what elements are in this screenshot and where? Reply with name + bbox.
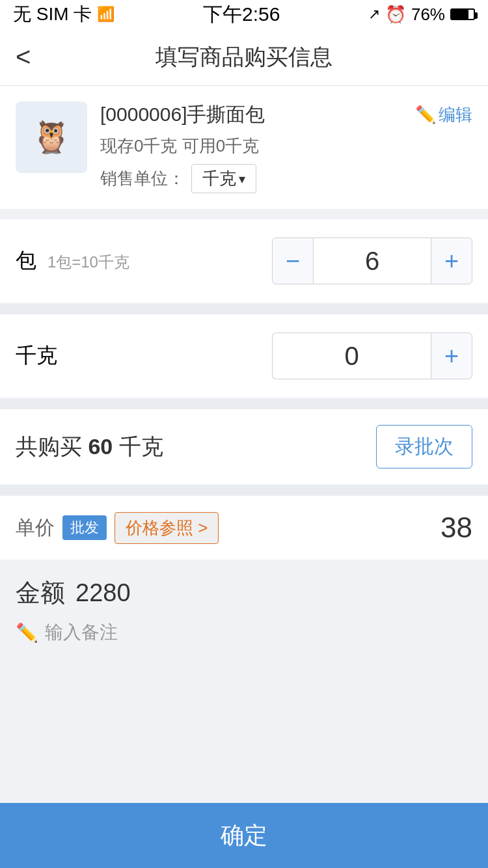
status-left: 无 SIM 卡 📶 [13, 2, 115, 27]
pencil-icon: ✏️ [16, 622, 38, 644]
unit-value: 千克 [202, 167, 236, 190]
battery-percent: 76% [411, 5, 445, 25]
bottom-spacer [0, 660, 488, 732]
amount-section: 金额2280 ✏️ 输入备注 [0, 561, 488, 660]
status-time: 下午2:56 [203, 1, 280, 28]
unit-select[interactable]: 千克 ▾ [191, 164, 256, 193]
kg-input-section: 千克 + [0, 314, 488, 398]
remark-row[interactable]: ✏️ 输入备注 [16, 620, 472, 645]
kg-label: 千克 [16, 342, 57, 370]
remark-label: 输入备注 [45, 620, 118, 645]
bag-sublabel: 1包=10千克 [47, 253, 129, 271]
price-value: 38 [441, 511, 472, 544]
product-name-row: [0000006]手撕面包 ✏️ 编辑 [100, 102, 472, 128]
bag-input-section: 包 1包=10千克 − + [0, 219, 488, 303]
bag-label: 包 [16, 249, 36, 272]
separator-1 [0, 304, 488, 314]
content: 🦉 [0000006]手撕面包 ✏️ 编辑 现存0千克 可用0千克 销售单位： … [0, 86, 488, 732]
total-section: 共购买 60 千克 录批次 [0, 409, 488, 484]
product-info: [0000006]手撕面包 ✏️ 编辑 现存0千克 可用0千克 销售单位： 千克… [100, 102, 472, 193]
product-stock: 现存0千克 可用0千克 [100, 135, 472, 157]
bag-minus-button[interactable]: − [272, 237, 314, 284]
confirm-button[interactable]: 确定 [0, 803, 488, 868]
status-bar: 无 SIM 卡 📶 下午2:56 ↗ ⏰ 76% [0, 0, 488, 29]
amount-text: 金额2280 [16, 576, 472, 610]
kg-quantity-input[interactable] [272, 332, 431, 379]
kg-plus-button[interactable]: + [431, 332, 472, 379]
amount-label: 金额 [16, 579, 65, 606]
back-button[interactable]: < [16, 42, 31, 72]
total-text: 共购买 60 千克 [16, 432, 163, 462]
kg-quantity-control: + [272, 332, 472, 379]
price-label: 单价 [16, 515, 55, 541]
nav-bar: < 填写商品购买信息 [0, 29, 488, 86]
bag-plus-button[interactable]: + [431, 237, 472, 284]
separator-3 [0, 485, 488, 496]
price-ref-button[interactable]: 价格参照 > [115, 512, 219, 544]
unit-label: 销售单位： [100, 167, 185, 190]
bag-label-row: 包 1包=10千克 [16, 247, 129, 275]
product-unit-row: 销售单位： 千克 ▾ [100, 164, 472, 193]
product-logo-icon: 🦉 [32, 119, 71, 156]
price-section: 单价 批发 价格参照 > 38 [0, 496, 488, 560]
edit-label: 编辑 [439, 103, 472, 126]
battery-icon [450, 8, 475, 20]
total-amount: 60 [88, 434, 113, 459]
product-section: 🦉 [0000006]手撕面包 ✏️ 编辑 现存0千克 可用0千克 销售单位： … [0, 86, 488, 209]
status-right: ↗ ⏰ 76% [368, 5, 475, 25]
edit-button[interactable]: ✏️ 编辑 [415, 103, 472, 126]
alarm-icon: ⏰ [385, 5, 406, 25]
amount-value: 2280 [75, 579, 131, 606]
chevron-down-icon: ▾ [239, 171, 245, 187]
product-code-name: [0000006]手撕面包 [100, 102, 265, 128]
price-tag: 批发 [62, 515, 107, 540]
bag-quantity-input[interactable] [314, 237, 431, 284]
total-unit: 千克 [119, 434, 163, 459]
edit-icon: ✏️ [415, 105, 436, 125]
carrier-label: 无 SIM 卡 [13, 2, 92, 27]
wifi-icon: 📶 [97, 6, 115, 23]
location-icon: ↗ [368, 6, 380, 23]
total-label: 共购买 [16, 434, 82, 459]
separator-2 [0, 399, 488, 409]
record-batch-button[interactable]: 录批次 [376, 425, 472, 468]
bag-quantity-control: − + [272, 237, 472, 284]
product-image: 🦉 [16, 102, 87, 173]
page-title: 填写商品购买信息 [156, 42, 332, 72]
